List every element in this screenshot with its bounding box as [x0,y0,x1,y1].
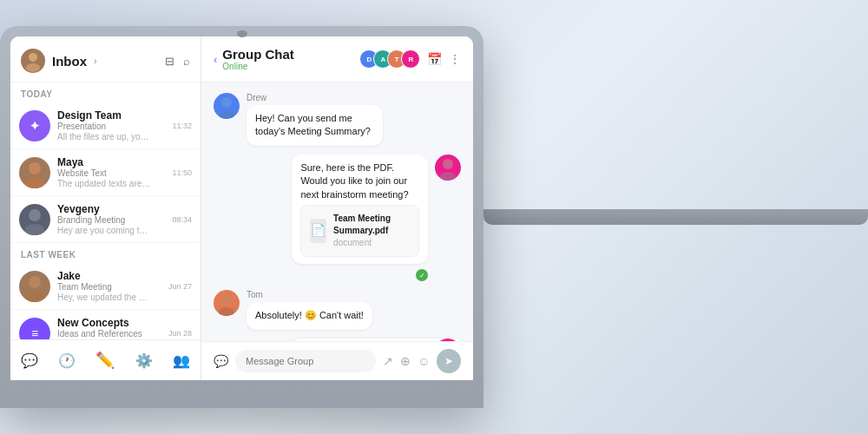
chat-header: ‹ Group Chat Online D A T R 📅 ⋮ [201,36,473,82]
chat-header-right: D A T R 📅 ⋮ [359,49,461,69]
member-avatar-4: R [401,49,420,69]
jake-preview: Hey, we updated the meeting time... [57,293,153,302]
nav-chat-icon[interactable]: 💬 [14,349,45,372]
message-icon: 💬 [214,354,228,368]
svg-point-8 [221,97,232,108]
drew-bubble: Hey! Can you send me today's Meeting Sum… [247,105,383,146]
design-team-time: 11:32 [172,122,192,130]
messages-area: Drew Hey! Can you send me today's Meetin… [201,82,473,341]
filter-icon[interactable]: ⊟ [165,55,174,68]
message-input[interactable] [235,350,376,372]
jake-info: Jake Team Meeting Hey, we updated the me… [57,270,161,302]
svg-point-2 [29,162,41,174]
nav-gear-icon[interactable]: ⚙️ [128,349,160,372]
member-avatars: D A T R [359,49,420,69]
right-pdf-bubble: Sure, here is the PDF. Would you like to… [292,155,428,264]
chat-item-design-team[interactable]: ✦ Design Team Presentation All the files… [10,102,201,149]
yevgeny-info: Yevgeny Branding Meeting Hey are you com… [57,203,165,235]
jake-name: Jake [57,270,161,282]
svg-point-11 [440,172,456,181]
nav-compose-icon[interactable]: ✏️ [89,347,122,373]
svg-point-9 [219,110,234,119]
svg-point-4 [29,209,41,221]
maya-preview: The updated texts are ready to go in... [57,179,153,188]
bottom-nav: 💬 🕐 ✏️ ⚙️ 👥 [10,339,201,380]
back-arrow-icon[interactable]: ‹ [214,53,217,66]
message-input-row: 💬 ↗ ⊕ ☺ ➤ [201,341,473,380]
design-team-preview: All the files are up, you can com... [57,132,153,141]
sender-r-avatar [435,155,461,181]
yevgeny-avatar [19,204,50,235]
chat-header-title-group: Group Chat Online [222,47,294,71]
section-today-label: TODAY [10,82,201,102]
emoji-icon[interactable]: ☺ [418,354,430,368]
new-concepts-sub: Ideas and References [57,329,161,339]
left-panel: Inbox › ⊟ ⌕ TODAY ✦ Design Team Presenta… [10,36,201,380]
nav-people-icon[interactable]: 👥 [166,349,197,372]
message-tom: Tom Absolutely! 😊 Can't wait! [214,290,461,329]
design-team-name: Design Team [57,109,165,122]
design-team-avatar: ✦ [19,110,50,141]
new-concepts-time: Jun 28 [168,329,192,338]
send-button[interactable]: ➤ [437,349,461,373]
yevgeny-preview: Hey are you coming to today's... [57,226,153,235]
svg-point-7 [25,291,44,302]
yevgeny-sub: Branding Meeting [57,215,165,225]
laptop-screen: Inbox › ⊟ ⌕ TODAY ✦ Design Team Presenta… [10,36,473,380]
pdf-name: Team Meeting Summary.pdf [333,213,410,237]
jake-sub: Team Meeting [57,282,161,292]
inbox-title: Inbox [52,54,87,69]
calendar-icon[interactable]: 📅 [427,52,442,66]
section-lastweek-label: LAST WEEK [10,243,201,263]
group-chat-title: Group Chat [222,47,294,62]
right-panel: ‹ Group Chat Online D A T R 📅 ⋮ [201,36,473,380]
chat-item-new-concepts[interactable]: ≡ New Concepts Ideas and References New … [10,310,201,339]
yevgeny-time: 08:34 [172,215,192,224]
svg-point-0 [29,53,37,62]
yevgeny-name: Yevgeny [57,203,165,215]
chat-header-left: ‹ Group Chat Online [214,47,294,71]
svg-point-12 [221,294,232,305]
laptop-notch [237,30,247,37]
drew-sender-label: Drew [247,93,383,102]
maya-name: Maya [57,156,165,168]
nav-clock-icon[interactable]: 🕐 [51,349,82,372]
inbox-header-left: Inbox › [21,49,97,73]
search-icon[interactable]: ⌕ [183,55,190,68]
svg-point-13 [219,307,234,316]
svg-point-3 [25,177,44,188]
tom-sender-label: Tom [247,290,372,299]
pdf-status: ✓ [292,266,428,282]
maya-avatar [19,157,50,188]
drew-message-content: Drew Hey! Can you send me today's Meetin… [247,93,383,146]
maya-sub: Website Text [57,168,165,178]
svg-point-1 [26,63,40,72]
pdf-type: document [333,237,410,249]
jake-avatar [19,271,50,302]
laptop-outer: Inbox › ⊟ ⌕ TODAY ✦ Design Team Presenta… [0,26,483,408]
green-check-icon: ✓ [416,269,428,281]
tom-bubble: Absolutely! 😊 Can't wait! [247,302,372,329]
right-pdf-content: Sure, here is the PDF. Would you like to… [292,155,428,282]
new-concepts-info: New Concepts Ideas and References New sk… [57,317,161,339]
tom-message-content: Tom Absolutely! 😊 Can't wait! [247,290,372,329]
laptop-base [483,209,868,225]
chat-item-jake[interactable]: Jake Team Meeting Hey, we updated the me… [10,263,201,310]
svg-point-5 [25,224,44,235]
tom-avatar [214,290,240,316]
new-concepts-avatar: ≡ [19,318,50,340]
maya-info: Maya Website Text The updated texts are … [57,156,165,188]
new-concepts-name: New Concepts [57,317,161,329]
expand-icon[interactable]: ↗ [383,354,393,368]
chat-item-maya[interactable]: Maya Website Text The updated texts are … [10,149,201,196]
inbox-chevron: › [94,56,97,66]
chat-list: TODAY ✦ Design Team Presentation All the… [10,82,201,339]
maya-time: 11:50 [172,168,192,177]
design-team-info: Design Team Presentation All the files a… [57,109,165,141]
design-team-sub: Presentation [57,122,165,131]
more-icon[interactable]: ⋮ [449,52,461,66]
jake-time: Jun 27 [168,282,192,291]
user-avatar [21,49,45,73]
chat-item-yevgeny[interactable]: Yevgeny Branding Meeting Hey are you com… [10,196,201,243]
add-icon[interactable]: ⊕ [400,354,411,368]
